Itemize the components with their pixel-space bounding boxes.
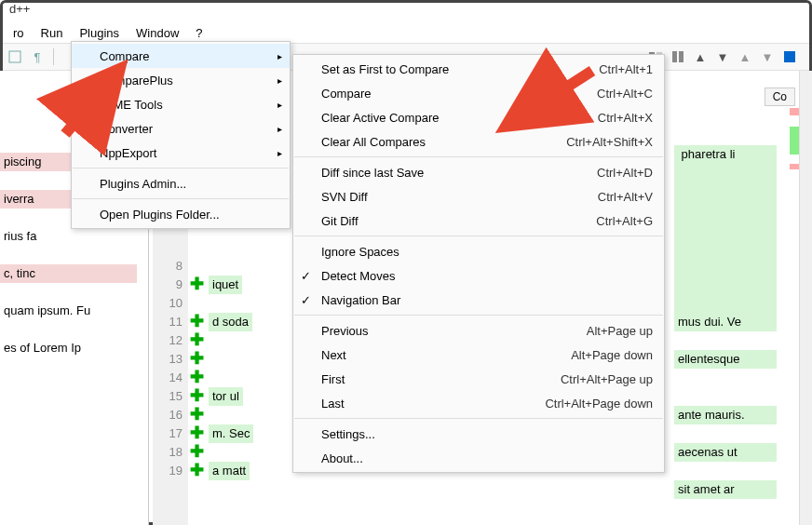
code-line: [0, 246, 137, 264]
menu-item-open-plugins-folder-[interactable]: Open Plugins Folder...: [72, 202, 290, 226]
code-line: [674, 164, 777, 182]
diff-added-icon: ✚: [190, 315, 205, 330]
check-icon: ✓: [301, 269, 311, 283]
svg-rect-4: [679, 51, 683, 62]
nav-up-icon[interactable]: ▲: [691, 47, 710, 66]
svg-rect-5: [784, 51, 795, 62]
code-line: [674, 220, 777, 238]
line-number: 9: [176, 276, 183, 294]
diff-added-icon: ✚: [190, 464, 205, 478]
code-line: sit amet ar: [674, 480, 777, 499]
compare-submenu: Set as First to CompareCtrl+Alt+1Compare…: [292, 54, 665, 473]
line-number: 16: [169, 406, 183, 424]
chevron-right-icon: ▸: [277, 124, 282, 134]
svg-line-7: [65, 76, 114, 134]
diff-added-icon: ✚: [190, 352, 205, 367]
diff-added-icon: ✚: [190, 426, 205, 441]
submenu-item-navigation-bar[interactable]: ✓Navigation Bar: [293, 288, 664, 312]
diff-added-icon: ✚: [190, 370, 205, 385]
tab-right[interactable]: Co: [765, 88, 795, 106]
shortcut-label: Alt+Page up: [532, 324, 653, 338]
code-line: [674, 108, 777, 127]
line-number: 17: [169, 424, 183, 443]
line-number: 11: [169, 313, 183, 331]
submenu-item-previous[interactable]: PreviousAlt+Page up: [293, 318, 664, 343]
code-line: [674, 424, 777, 443]
submenu-item-compare[interactable]: CompareCtrl+Alt+C: [293, 81, 664, 105]
line-number: 18: [169, 443, 183, 462]
shortcut-label: Ctrl+Alt+Page down: [532, 397, 653, 411]
code-line: [674, 127, 777, 145]
diff-added-icon: ✚: [190, 277, 205, 292]
line-number: 10: [169, 294, 183, 313]
code-line: [674, 369, 777, 387]
code-line: quam ipsum. Fu: [0, 302, 137, 320]
overview-map[interactable]: [790, 71, 799, 525]
submenu-item-detect-moves[interactable]: ✓Detect Moves: [293, 263, 664, 288]
settings-icon[interactable]: [780, 47, 799, 66]
shortcut-label: Ctrl+Alt+G: [532, 214, 653, 228]
submenu-item-settings-[interactable]: Settings...: [293, 422, 664, 446]
code-line: mus dui. Ve: [674, 313, 777, 331]
code-line: [674, 238, 777, 257]
annotation-arrow-compare: [56, 61, 140, 148]
code-line: [0, 283, 137, 302]
line-number: 8: [176, 257, 183, 276]
line-number: 15: [169, 387, 183, 406]
code-line: pharetra li: [674, 145, 777, 164]
submenu-item-about-[interactable]: About...: [293, 446, 664, 470]
submenu-item-clear-active-compare[interactable]: Clear Active CompareCtrl+Alt+X: [293, 105, 664, 129]
line-number: 19: [169, 462, 183, 480]
code-line: [674, 331, 777, 350]
submenu-item-svn-diff[interactable]: SVN DiffCtrl+Alt+V: [293, 184, 664, 209]
nav-first-icon[interactable]: ▲: [736, 47, 754, 66]
submenu-item-ignore-spaces[interactable]: Ignore Spaces: [293, 239, 664, 263]
shortcut-label: Alt+Page down: [532, 348, 653, 362]
code-line: d soda: [209, 313, 252, 331]
submenu-item-diff-since-last-save[interactable]: Diff since last SaveCtrl+Alt+D: [293, 160, 664, 184]
code-line: [674, 201, 777, 220]
compare-icon[interactable]: [669, 47, 687, 66]
code-line: es of Lorem Ip: [0, 339, 137, 357]
line-number: 14: [169, 369, 183, 387]
tab-bar-right: Co: [765, 88, 795, 106]
chevron-right-icon: ▸: [277, 51, 282, 61]
nav-last-icon[interactable]: ▼: [758, 47, 777, 66]
chevron-right-icon: ▸: [277, 148, 282, 158]
svg-rect-3: [672, 51, 677, 62]
code-line: ante mauris.: [674, 406, 777, 424]
shortcut-label: Ctrl+Alt+D: [532, 166, 653, 180]
code-line: [674, 182, 777, 201]
code-line: iquet: [209, 276, 242, 294]
shortcut-label: Ctrl+Alt+V: [532, 190, 653, 204]
code-line: [674, 257, 777, 276]
menu-item-plugins-admin-[interactable]: Plugins Admin...: [72, 171, 290, 195]
submenu-item-git-diff[interactable]: Git DiffCtrl+Alt+G: [293, 209, 664, 233]
submenu-item-last[interactable]: LastCtrl+Alt+Page down: [293, 391, 664, 415]
code-line: [674, 462, 777, 480]
nav-down-icon[interactable]: ▼: [713, 47, 732, 66]
check-icon: ✓: [301, 293, 311, 307]
code-line: [674, 276, 777, 294]
diff-added-icon: ✚: [190, 445, 205, 460]
chevron-right-icon: ▸: [277, 75, 282, 86]
submenu-item-set-as-first-to-compare[interactable]: Set as First to CompareCtrl+Alt+1: [293, 57, 664, 81]
chevron-right-icon: ▸: [277, 100, 282, 110]
toolbar-right: ▲ ▼ ▲ ▼: [646, 43, 799, 71]
diff-added-icon: ✚: [190, 389, 205, 404]
code-line: tor ul: [209, 387, 243, 406]
submenu-item-clear-all-compares[interactable]: Clear All ComparesCtrl+Alt+Shift+X: [293, 129, 664, 154]
code-line: ellentesque: [674, 350, 777, 369]
annotation-arrow-clear: [494, 61, 605, 148]
submenu-item-next[interactable]: NextAlt+Page down: [293, 343, 664, 367]
shortcut-label: Ctrl+Alt+Page up: [532, 372, 653, 386]
line-number: 13: [169, 350, 183, 369]
code-line: m. Sec: [209, 424, 253, 443]
scrollbar[interactable]: [799, 71, 812, 525]
code-line: a matt: [209, 462, 250, 480]
code-line: rius fa: [0, 227, 137, 246]
code-line: [674, 387, 777, 406]
submenu-item-first[interactable]: FirstCtrl+Alt+Page up: [293, 367, 664, 391]
code-line: aecenas ut: [674, 443, 777, 462]
code-line: [674, 294, 777, 313]
